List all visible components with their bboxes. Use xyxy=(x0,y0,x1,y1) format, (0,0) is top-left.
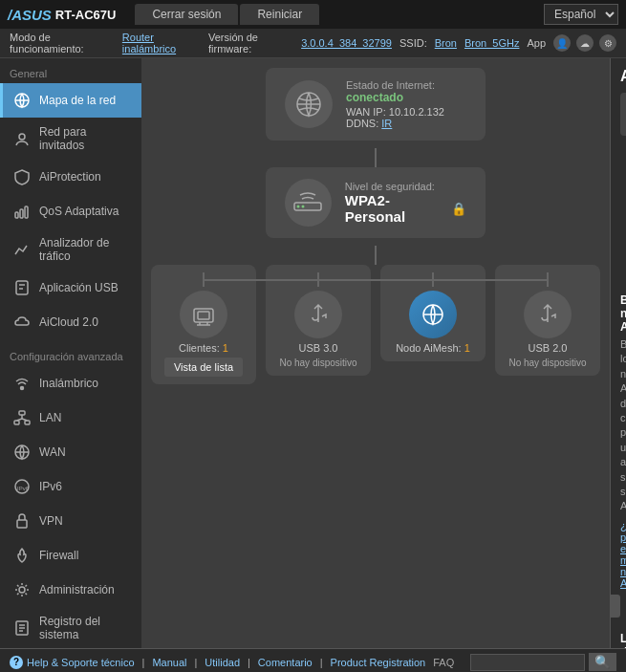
wireless-icon xyxy=(12,374,32,393)
wan-ip: WAN IP: 10.10.2.132 xyxy=(346,106,466,118)
qos-icon xyxy=(12,202,32,221)
sidebar-item-firewall[interactable]: Firewall xyxy=(0,538,141,573)
usb20-icon xyxy=(524,291,572,338)
sidebar-item-mapa-red[interactable]: Mapa de la red xyxy=(0,83,141,118)
manual-link[interactable]: Manual xyxy=(152,657,186,668)
sidebar-item-aiprotection[interactable]: AiProtection xyxy=(0,160,141,194)
modo-label: Modo de funcionamiento: xyxy=(10,32,115,54)
sidebar-general-title: General xyxy=(0,64,141,83)
svg-rect-21 xyxy=(198,312,209,319)
vista-lista-button[interactable]: Vista de lista xyxy=(164,358,243,377)
cloud-icon[interactable]: ☁ xyxy=(576,34,594,52)
vpn-icon xyxy=(12,511,32,531)
sidebar-item-analizador-label: Analizador de tráfico xyxy=(39,236,132,263)
separator-2: | xyxy=(194,657,197,668)
guest-network-icon xyxy=(12,129,32,148)
sidebar-item-wan[interactable]: WAN xyxy=(0,435,141,469)
lan-icon xyxy=(12,408,32,427)
sidebar-item-qos-label: QoS Adaptativa xyxy=(39,205,119,218)
aicloud-icon xyxy=(12,313,32,332)
ddns: DDNS: IR xyxy=(346,118,466,129)
sidebar-item-vpn[interactable]: VPN xyxy=(0,504,141,538)
reiniciar-button[interactable]: Reiniciar xyxy=(240,4,319,25)
status-icons: 👤 ☁ ⚙ xyxy=(553,34,616,52)
svg-point-6 xyxy=(21,387,24,390)
firmware-value[interactable]: 3.0.0.4_384_32799 xyxy=(301,37,392,49)
usb30-icon xyxy=(294,291,342,338)
sidebar: General Mapa de la red xyxy=(0,58,141,648)
aimesh-image xyxy=(620,93,626,136)
top-bar: /ASUS RT-AC67U Cerrar sesión Reiniciar E… xyxy=(0,0,626,29)
firewall-icon xyxy=(12,546,32,565)
content-area: Estado de Internet: conectado WAN IP: 10… xyxy=(141,58,626,648)
settings-icon[interactable]: ⚙ xyxy=(599,34,616,52)
search-input[interactable] xyxy=(470,654,585,671)
h-connector xyxy=(204,279,548,281)
sidebar-avanzada-title: Configuración avanzada xyxy=(0,347,141,366)
sidebar-item-aicloud-label: AiCloud 2.0 xyxy=(39,315,98,329)
sidebar-item-red-invitados[interactable]: Red para invitados xyxy=(0,118,141,160)
ipv6-icon: IPv6 xyxy=(12,477,32,496)
svg-rect-2 xyxy=(15,212,18,218)
internet-status-label: Estado de Internet: xyxy=(346,79,466,91)
internet-info: Estado de Internet: conectado WAN IP: 10… xyxy=(346,79,466,129)
sidebar-item-qos[interactable]: QoS Adaptativa xyxy=(0,194,141,228)
security-level-label: Nivel de seguridad: xyxy=(345,181,466,192)
sidebar-item-analizador[interactable]: Analizador de tráfico xyxy=(0,228,141,271)
sidebar-item-registro-label: Registro del sistema xyxy=(39,615,132,641)
connector-line-1 xyxy=(375,148,377,167)
network-map-icon xyxy=(12,91,32,110)
search-button[interactable]: 🔍 xyxy=(589,653,616,671)
cerrar-sesion-button[interactable]: Cerrar sesión xyxy=(135,4,238,25)
top-bar-right: Español English xyxy=(544,4,618,25)
help-support[interactable]: ? Help & Soporte técnico xyxy=(10,656,135,669)
svg-point-18 xyxy=(297,206,300,208)
svg-point-14 xyxy=(19,587,25,593)
aimesh-search-button[interactable]: Buscar xyxy=(610,595,620,618)
aimesh-node-label: Nodo AiMesh: 1 xyxy=(396,342,470,354)
sidebar-item-lan[interactable]: LAN xyxy=(0,401,141,435)
separator-4: | xyxy=(320,657,323,668)
sidebar-item-vpn-label: VPN xyxy=(39,514,63,528)
search-box: 🔍 xyxy=(470,653,616,671)
svg-text:IPv6: IPv6 xyxy=(17,486,30,491)
faq-label: FAQ xyxy=(433,657,454,668)
ssid-24[interactable]: Bron xyxy=(435,37,457,49)
sidebar-item-wan-label: WAN xyxy=(39,445,66,459)
modo-value[interactable]: Router inalámbrico xyxy=(122,32,201,54)
ddns-link[interactable]: IR xyxy=(381,118,392,129)
usb-app-icon xyxy=(12,278,32,297)
sidebar-item-inalambrico[interactable]: Inalámbrico xyxy=(0,366,141,401)
status-bar-right: App 👤 ☁ ⚙ xyxy=(527,34,616,52)
aiprotection-icon xyxy=(12,167,32,186)
ssid-5[interactable]: Bron_5GHz xyxy=(464,37,519,49)
language-select[interactable]: Español English xyxy=(544,4,618,25)
person-icon[interactable]: 👤 xyxy=(553,34,571,52)
sidebar-item-ipv6-label: IPv6 xyxy=(39,480,62,493)
clients-label: Clientes: 1 xyxy=(179,342,228,354)
admin-icon xyxy=(12,580,32,599)
connector-line-2 xyxy=(375,246,377,265)
usb20-no-device: No hay dispositivo xyxy=(508,358,586,368)
bottom-bar: ? Help & Soporte técnico | Manual | Util… xyxy=(0,648,626,672)
sidebar-item-red-invitados-label: Red para invitados xyxy=(39,125,132,152)
sidebar-item-aplicacion-usb[interactable]: Aplicación USB xyxy=(0,271,141,305)
sidebar-avanzada-section: Configuración avanzada Inalámbrico xyxy=(0,341,141,648)
sidebar-item-registro[interactable]: Registro del sistema xyxy=(0,607,141,648)
sidebar-item-ipv6[interactable]: IPv6 IPv6 xyxy=(0,469,141,504)
product-reg-link[interactable]: Product Registration xyxy=(331,657,426,668)
sidebar-item-administracion[interactable]: Administración xyxy=(0,573,141,607)
svg-point-19 xyxy=(302,206,305,208)
sidebar-item-aicloud[interactable]: AiCloud 2.0 xyxy=(0,305,141,339)
sidebar-item-administracion-label: Administración xyxy=(39,583,115,596)
ssid-label: SSID: xyxy=(399,37,427,49)
utilidad-link[interactable]: Utilidad xyxy=(205,657,240,668)
aimesh-node-icon xyxy=(409,291,457,338)
status-bar: Modo de funcionamiento: Router inalámbri… xyxy=(0,29,626,58)
wpa-box: Nivel de seguridad: WPA2-Personal 🔒 xyxy=(266,167,486,238)
sidebar-item-lan-label: LAN xyxy=(39,411,61,424)
comentario-link[interactable]: Comentario xyxy=(258,657,313,668)
sidebar-item-aplicacion-usb-label: Aplicación USB xyxy=(39,281,119,294)
main-layout: General Mapa de la red xyxy=(0,58,626,648)
help-label: Help & Soporte técnico xyxy=(27,657,135,668)
